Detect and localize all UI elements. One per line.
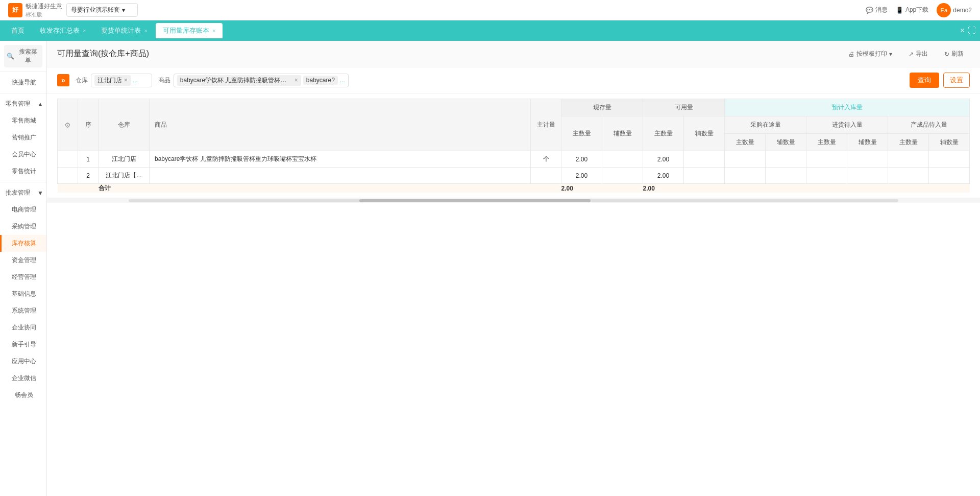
logo-sub: 标准版: [26, 11, 62, 18]
sidebar-item-purchase[interactable]: 采购管理: [0, 218, 46, 235]
sidebar-item-appcenter[interactable]: 应用中心: [0, 353, 46, 370]
sidebar-item-retail-stats[interactable]: 零售统计: [0, 163, 46, 180]
sidebar-item-collab[interactable]: 企业协同: [0, 319, 46, 336]
message-action[interactable]: 💬 消息: [866, 6, 888, 14]
close-all-tabs[interactable]: ×: [960, 26, 965, 35]
row2-pending-main: [806, 168, 847, 184]
sidebar-item-ecommerce[interactable]: 电商管理: [0, 201, 46, 218]
th-product: 商品: [150, 99, 531, 151]
print-button[interactable]: 🖨 按模板打印 ▾: [842, 47, 898, 61]
th-production-pending: 产成品待入量: [888, 116, 970, 134]
sidebar-item-wholesale[interactable]: 批发管理 ▼: [0, 184, 46, 201]
search-menu-button[interactable]: 🔍 搜索菜单: [4, 45, 42, 67]
available-tab-close[interactable]: ×: [212, 28, 215, 34]
tab-available[interactable]: 可用量库存账本 ×: [156, 23, 223, 38]
total-pending-aux: [847, 184, 888, 193]
refresh-button[interactable]: ↻ 刷新: [938, 47, 970, 61]
product-tag-2: babycare?: [303, 76, 338, 85]
page-header: 可用量查询(按仓库+商品) 🖨 按模板打印 ▾ ↗ 导出 ↻ 刷新: [47, 41, 980, 67]
query-button[interactable]: 查询: [910, 73, 939, 88]
th-available-qty: 可用量: [643, 99, 725, 116]
product-label: 商品: [158, 76, 170, 85]
th-stock-aux: 辅数量: [602, 116, 643, 151]
row1-pending-main: [806, 151, 847, 168]
sidebar-item-basic[interactable]: 基础信息: [0, 286, 46, 302]
tab-receive[interactable]: 收发存汇总表 ×: [33, 23, 93, 38]
sidebar-divider-1: [0, 93, 46, 93]
total-label: 合计: [99, 184, 561, 193]
export-button[interactable]: ↗ 导出: [902, 47, 934, 61]
row1-settings: [58, 151, 78, 168]
sidebar-item-wechat[interactable]: 企业微信: [0, 370, 46, 387]
wholesale-arrow-icon: ▼: [37, 190, 43, 197]
row1-prod-aux: [929, 151, 970, 168]
sidebar-item-newbie[interactable]: 新手引导: [0, 336, 46, 353]
total-spacer: [58, 184, 99, 193]
sidebar-item-inventory[interactable]: 库存核算: [0, 235, 46, 252]
row2-purchase-main: [725, 168, 766, 184]
tenant-selector[interactable]: 母婴行业演示账套 ▾: [66, 3, 138, 17]
th-no: 序: [78, 99, 99, 151]
order-tab-close[interactable]: ×: [144, 28, 147, 34]
product-more[interactable]: ...: [340, 77, 345, 84]
user-profile[interactable]: Ea demo2: [937, 3, 972, 17]
filter-bar: » 仓库 江北门店 × ... 商品 babycare: [47, 67, 980, 93]
page-actions: 🖨 按模板打印 ▾ ↗ 导出 ↻ 刷新: [842, 47, 970, 61]
search-icon: 🔍: [7, 53, 14, 60]
avatar: Ea: [937, 3, 951, 17]
app-download-action[interactable]: 📱 App下载: [896, 6, 928, 14]
table-row: 1 江北门店 babycare学饮杯 儿童防摔防撞吸管杯重力球吸嘴杯宝宝水杯 个…: [58, 151, 970, 168]
page-container: 可用量查询(按仓库+商品) 🖨 按模板打印 ▾ ↗ 导出 ↻ 刷新: [47, 41, 980, 496]
th-prod-main: 主数量: [888, 134, 929, 151]
sidebar-item-member[interactable]: 会员中心: [0, 146, 46, 163]
th-purchase-transit: 采购在途量: [725, 116, 806, 134]
row2-pending-aux: [847, 168, 888, 184]
sidebar-item-system[interactable]: 系统管理: [0, 302, 46, 319]
th-current-stock: 现存量: [561, 99, 643, 116]
sidebar-search-area: 🔍 搜索菜单: [0, 41, 46, 72]
table-container: ⚙ 序 仓库 商品 主计量 现存量 可用量 预计入库量 主数量 辅: [47, 93, 980, 198]
top-bar-right: 💬 消息 📱 App下载 Ea demo2: [866, 3, 972, 17]
expand-tabs[interactable]: ⛶: [968, 26, 976, 35]
table-settings-icon[interactable]: ⚙: [64, 121, 71, 129]
sidebar: 🔍 搜索菜单 快捷导航 零售管理 ▲ 零售商城 营销推广 会员中心: [0, 41, 47, 496]
receive-tab-close[interactable]: ×: [83, 28, 86, 34]
tenant-dropdown-icon: ▾: [122, 7, 125, 14]
row1-prod-main: [888, 151, 929, 168]
th-purchase-aux: 辅数量: [766, 134, 806, 151]
sidebar-item-vip[interactable]: 畅会员: [0, 387, 46, 404]
scrollbar-thumb[interactable]: [359, 199, 590, 202]
total-pending-main: [806, 184, 847, 193]
sidebar-item-finance[interactable]: 资金管理: [0, 252, 46, 269]
username-label: demo2: [953, 7, 972, 14]
warehouse-filter: 仓库 江北门店 × ...: [76, 74, 152, 87]
row1-no: 1: [78, 151, 99, 168]
logo-icon: 好: [8, 3, 22, 17]
refresh-icon: ↻: [944, 51, 949, 58]
product-tag-1-close[interactable]: ×: [295, 77, 298, 84]
tab-order[interactable]: 要货单统计表 ×: [94, 23, 154, 38]
th-purchase-main: 主数量: [725, 134, 766, 151]
sidebar-item-marketing[interactable]: 营销推广: [0, 129, 46, 146]
settings-button[interactable]: 设置: [943, 73, 970, 88]
tab-home[interactable]: 首页: [4, 23, 32, 38]
home-tab-label: 首页: [11, 26, 24, 35]
message-label: 消息: [875, 6, 888, 14]
sidebar-item-ops[interactable]: 经营管理: [0, 269, 46, 286]
sidebar-item-quick-nav[interactable]: 快捷导航: [0, 74, 46, 91]
row2-stock-aux: [602, 168, 643, 184]
row1-unit: 个: [531, 151, 561, 168]
row2-purchase-aux: [766, 168, 806, 184]
warehouse-tag-close[interactable]: ×: [124, 77, 128, 84]
scrollbar-track: [129, 199, 898, 202]
horizontal-scrollbar[interactable]: [47, 198, 980, 203]
warehouse-more[interactable]: ...: [133, 77, 138, 84]
row2-prod-aux: [929, 168, 970, 184]
filter-expand-button[interactable]: »: [57, 74, 69, 86]
sidebar-item-retail-mall[interactable]: 零售商城: [0, 112, 46, 129]
sidebar-item-retail-mgmt[interactable]: 零售管理 ▲: [0, 96, 46, 112]
row1-avail-aux: [684, 151, 725, 168]
print-arrow-icon: ▾: [889, 51, 892, 58]
row1-pending-aux: [847, 151, 888, 168]
order-tab-label: 要货单统计表: [101, 26, 141, 35]
